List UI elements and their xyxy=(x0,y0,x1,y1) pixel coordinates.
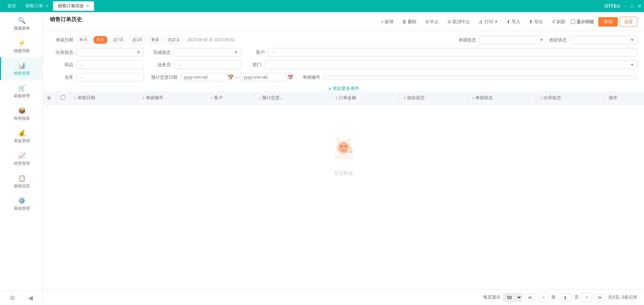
maximize-btn[interactable]: □ xyxy=(631,4,634,9)
tab-sales-order[interactable]: 销售订单 ✕ xyxy=(21,1,53,11)
customer-input[interactable]: ··· xyxy=(268,48,637,56)
delete-button[interactable]: 🗑 删除 xyxy=(399,17,420,26)
th-date[interactable]: ↕ 单据日期 xyxy=(70,91,138,105)
top-bar-right: OfTEn − □ ✕ xyxy=(605,3,641,9)
last-page-btn[interactable]: ≫ xyxy=(595,294,605,301)
th-out-stock[interactable]: ↕ 出库状态 xyxy=(536,91,604,105)
brand-text: OfTEn xyxy=(605,3,620,9)
search-menu-icon: 🔍 xyxy=(18,17,26,24)
th-settings[interactable]: ⚙ xyxy=(43,91,56,105)
sidebar-item-quick-nav[interactable]: ⚡ 快捷导航 xyxy=(0,35,43,57)
th-collection-status[interactable]: ↕ 收款状态 xyxy=(399,91,468,105)
dept-select[interactable]: ▼ xyxy=(265,61,637,69)
sidebar-item-label: 经营管理 xyxy=(14,161,30,166)
svg-point-4 xyxy=(345,145,347,147)
th-amount[interactable]: ↕ 订单金额 xyxy=(331,91,399,105)
next-page-btn[interactable]: ＞ xyxy=(582,293,592,302)
collapse-link[interactable]: ∧ 收起更多条件 xyxy=(50,85,637,91)
dept-label: 部门 xyxy=(248,62,265,68)
chevron-down-icon: ▼ xyxy=(495,20,498,24)
sidebar-item-operations[interactable]: 📈 经营管理 xyxy=(0,147,43,170)
sidebar-item-label: 库存核算 xyxy=(14,116,30,121)
collection-status-select[interactable]: ▼ xyxy=(570,36,637,44)
order-status-select[interactable]: ▼ xyxy=(479,36,547,44)
sidebar-collapse-icon[interactable]: ◀ xyxy=(28,294,33,302)
page-suffix: 页 xyxy=(574,294,579,300)
last1month-btn[interactable]: 近1月 xyxy=(129,36,146,44)
new-button[interactable]: + 新增 xyxy=(378,17,397,26)
filter-area: 单据日期 昨天 今天 近7天 近1月 更多 自定义 2023-06-02 至 2… xyxy=(43,31,644,91)
query-button[interactable]: 查询 xyxy=(598,17,618,27)
goods-input[interactable]: ··· xyxy=(77,61,144,69)
complete-status-select[interactable]: ▼ xyxy=(174,48,241,56)
display-detail-label: 显示明细 xyxy=(576,19,594,25)
inventory-icon: 📦 xyxy=(18,107,26,114)
customer-label: 客户 xyxy=(248,49,268,55)
print-icon: 🖨 xyxy=(479,19,483,24)
th-out-stock-label: ↕ 出库状态 xyxy=(540,95,561,100)
print-button[interactable]: 🖨 🖨 打印 打印 ▼ xyxy=(475,17,501,26)
minimize-btn[interactable]: − xyxy=(625,4,627,9)
more-btn[interactable]: 更多 xyxy=(148,36,162,44)
refresh-button[interactable]: ↺ 刷新 xyxy=(548,17,569,26)
chevron-up-icon: ∧ xyxy=(328,86,332,91)
sidebar-item-basic-info[interactable]: 📋 基础信息 xyxy=(0,170,43,192)
sidebar-item-label: 基础信息 xyxy=(14,183,30,189)
import-button[interactable]: ⬇ 导入 xyxy=(503,17,524,26)
custom-btn[interactable]: 自定义 xyxy=(165,36,183,44)
date-to-input[interactable] xyxy=(241,73,288,81)
page-label: 第 xyxy=(551,294,556,300)
sidebar-bottom: ⚙ ◀ xyxy=(0,291,43,305)
export-button[interactable]: ⬆ 导出 xyxy=(526,17,546,26)
today-btn[interactable]: 今天 xyxy=(93,36,108,44)
select-all-checkbox[interactable] xyxy=(61,95,65,100)
content-area: 销售订单历史 + 新增 🗑 删除 ⊘ 中止 ⊘ 取消中止 🖨 🖨 打印 打印 ▼… xyxy=(43,12,644,305)
th-expected-date[interactable]: ↕ 预计交货... xyxy=(254,91,331,105)
out-stock-select[interactable]: ▼ xyxy=(77,48,144,56)
tab-sales-order-history[interactable]: 销售订单历史 ✕ xyxy=(53,1,94,11)
per-page-select[interactable]: 50 10 20 100 xyxy=(503,293,522,302)
date-dash: — xyxy=(235,75,239,80)
th-checkbox[interactable] xyxy=(56,91,70,105)
display-detail-checkbox[interactable] xyxy=(571,20,575,24)
prev-page-btn[interactable]: ＜ xyxy=(538,293,549,302)
order-no-input[interactable] xyxy=(324,76,637,79)
tab-home[interactable]: 首页 xyxy=(3,1,21,11)
export-icon: ⬆ xyxy=(529,19,533,24)
warehouse-input[interactable]: ··· xyxy=(77,73,144,81)
page-input[interactable] xyxy=(558,294,572,301)
total-info: 共0页, 0条记录 xyxy=(608,294,637,300)
stop-button[interactable]: ⊘ 中止 xyxy=(422,17,442,26)
th-order-no[interactable]: ↕ 单据编号 xyxy=(138,91,206,105)
sidebar-item-system[interactable]: ⚙️ 系统管理 xyxy=(0,192,43,215)
sidebar-item-purchase-mgmt[interactable]: 🛒 采购管理 xyxy=(0,80,43,102)
sidebar-item-finance[interactable]: 💰 资金管理 xyxy=(0,125,43,147)
close-sales-order-history-tab[interactable]: ✕ xyxy=(86,4,89,8)
sidebar-settings-icon[interactable]: ⚙ xyxy=(10,294,15,302)
goods-label: 商品 xyxy=(50,62,77,68)
date-from-input[interactable] xyxy=(181,73,228,81)
close-app-btn[interactable]: ✕ xyxy=(638,4,641,9)
settings-button[interactable]: 设置 xyxy=(620,17,637,27)
sidebar-item-inventory[interactable]: 📦 库存核算 xyxy=(0,102,43,125)
expected-date-label: 预计交货日期 xyxy=(151,74,181,80)
calendar-from-icon[interactable]: 📅 xyxy=(228,75,233,80)
data-table: ⚙ ↕ 单据日期 ↕ 单据编号 ↕ 客户 xyxy=(43,91,644,105)
first-page-btn[interactable]: ≪ xyxy=(525,294,535,301)
chevron-down-icon: ▼ xyxy=(630,62,634,67)
salesperson-input[interactable]: ··· xyxy=(174,61,241,69)
date-filter-group: 昨天 今天 近7天 近1月 更多 自定义 2023-06-02 至 2023-0… xyxy=(77,36,456,44)
sidebar-item-sales-mgmt[interactable]: 📊 销售管理 xyxy=(0,57,43,80)
warehouse-label: 仓库 xyxy=(50,74,77,80)
calendar-to-icon[interactable]: 📅 xyxy=(288,75,293,80)
svg-point-3 xyxy=(341,145,343,147)
yesterday-btn[interactable]: 昨天 xyxy=(77,36,91,44)
close-sales-order-tab[interactable]: ✕ xyxy=(45,4,48,8)
sidebar-item-search-menu[interactable]: 🔍 搜索菜单 xyxy=(0,12,43,35)
th-order-status[interactable]: ↕ 单据状态 xyxy=(468,91,536,105)
th-customer[interactable]: ↕ 客户 xyxy=(207,91,255,105)
last7days-btn[interactable]: 近7天 xyxy=(110,36,127,44)
cancel-stop-button[interactable]: ⊘ 取消中止 xyxy=(444,17,473,26)
finance-icon: 💰 xyxy=(18,129,26,137)
out-stock-label: 出库状态 xyxy=(50,49,77,55)
